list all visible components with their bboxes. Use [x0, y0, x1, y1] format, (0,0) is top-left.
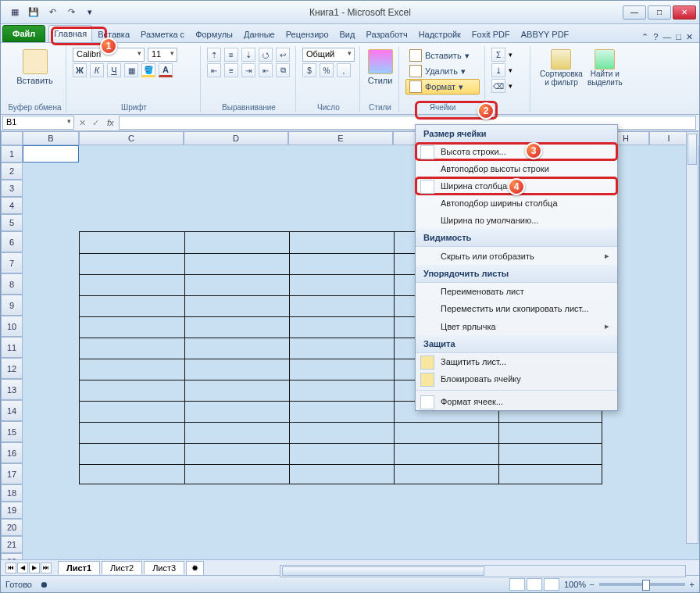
comma-button[interactable]: ,	[337, 63, 351, 77]
row-head[interactable]: 9	[1, 295, 23, 316]
wrap-text-button[interactable]: ↩	[276, 48, 290, 62]
row-head[interactable]: 11	[1, 337, 23, 358]
menu-rename-sheet[interactable]: Переименовать лист	[416, 283, 617, 300]
bold-button[interactable]: Ж	[73, 63, 87, 77]
tab-abbyy[interactable]: ABBYY PDF	[516, 26, 575, 42]
active-cell[interactable]	[23, 145, 79, 163]
tab-home[interactable]: Главная	[48, 25, 92, 42]
col-head-B[interactable]: B	[23, 131, 79, 145]
row-head[interactable]: 17	[1, 463, 23, 484]
clear-button[interactable]: ⌫	[491, 79, 505, 93]
tab-data[interactable]: Данные	[238, 26, 280, 42]
underline-button[interactable]: Ч	[107, 63, 121, 77]
sheet-last-icon[interactable]: ⏭	[41, 563, 52, 573]
number-format-combo[interactable]: Общий	[302, 48, 355, 62]
align-middle-button[interactable]: ≡	[224, 48, 238, 62]
row-head[interactable]: 1	[1, 145, 23, 163]
name-box[interactable]: B1	[2, 116, 74, 130]
sheet-next-icon[interactable]: ▶	[29, 563, 40, 573]
align-top-button[interactable]: ⇡	[207, 48, 221, 62]
align-left-button[interactable]: ⇤	[207, 63, 221, 77]
row-head[interactable]: 3	[1, 180, 23, 197]
tab-addins[interactable]: Надстройк	[413, 26, 466, 42]
vscroll-thumb[interactable]	[688, 134, 697, 165]
workbook-close-icon[interactable]: ✕	[686, 32, 693, 42]
tab-view[interactable]: Вид	[334, 26, 361, 42]
row-head[interactable]: 15	[1, 421, 23, 442]
italic-button[interactable]: К	[90, 63, 104, 77]
sheet-first-icon[interactable]: ⏮	[5, 563, 16, 573]
ribbon-minimize-icon[interactable]: ⌃	[641, 32, 648, 42]
close-button[interactable]: ✕	[673, 5, 696, 20]
menu-tab-color[interactable]: Цвет ярлычка▸	[416, 317, 617, 335]
paste-button[interactable]: Вставить	[9, 48, 61, 87]
sheet-tab-2[interactable]: Лист2	[102, 561, 142, 574]
view-pagelayout-button[interactable]	[527, 578, 542, 591]
sheet-prev-icon[interactable]: ◀	[17, 563, 28, 573]
font-color-button[interactable]: A	[159, 63, 173, 77]
menu-hide-unhide[interactable]: Скрыть или отобразить▸	[416, 247, 617, 265]
row-head[interactable]: 6	[1, 231, 23, 252]
macro-record-icon[interactable]: ⏺	[40, 580, 48, 589]
cells-insert-button[interactable]: Вставить ▾	[405, 48, 480, 63]
percent-button[interactable]: %	[320, 63, 334, 77]
menu-autofit-row[interactable]: Автоподбор высоты строки	[416, 160, 617, 177]
zoom-slider[interactable]	[599, 583, 685, 586]
tab-developer[interactable]: Разработч	[360, 26, 412, 42]
tab-review[interactable]: Рецензиро	[280, 26, 334, 42]
minimize-button[interactable]: —	[623, 5, 646, 20]
tab-file[interactable]: Файл	[2, 25, 45, 42]
maximize-button[interactable]: □	[648, 5, 671, 20]
fx-icon[interactable]: fx	[102, 118, 119, 127]
row-head[interactable]: 18	[1, 484, 23, 502]
row-head[interactable]: 4	[1, 197, 23, 214]
sheet-tab-3[interactable]: Лист3	[144, 561, 184, 574]
row-head[interactable]: 8	[1, 273, 23, 295]
row-head[interactable]: 20	[1, 519, 23, 536]
menu-move-copy-sheet[interactable]: Переместить или скопировать лист...	[416, 300, 617, 317]
align-right-button[interactable]: ⇥	[241, 63, 255, 77]
menu-autofit-col[interactable]: Автоподбор ширины столбца	[416, 195, 617, 212]
workbook-restore-icon[interactable]: □	[676, 32, 681, 42]
currency-button[interactable]: $	[302, 63, 316, 77]
workbook-min-icon[interactable]: —	[662, 32, 671, 42]
sheet-tab-1[interactable]: Лист1	[58, 561, 100, 574]
horizontal-scrollbar[interactable]	[280, 565, 686, 577]
row-head[interactable]: 10	[1, 316, 23, 337]
view-pagebreak-button[interactable]	[544, 578, 559, 591]
menu-lock-cell[interactable]: Блокировать ячейку	[416, 370, 617, 388]
select-all-corner[interactable]	[1, 131, 23, 145]
view-normal-button[interactable]	[509, 578, 525, 591]
find-select-button[interactable]: Найти и выделить	[588, 49, 623, 87]
align-center-button[interactable]: ≡	[224, 63, 238, 77]
fill-button[interactable]: ⤓	[491, 63, 505, 77]
qat-customize-icon[interactable]: ▾	[82, 5, 98, 20]
orientation-button[interactable]: ⭯	[259, 48, 273, 62]
autosum-button[interactable]: Σ	[491, 48, 505, 62]
tab-formulas[interactable]: Формулы	[190, 26, 238, 42]
row-head[interactable]: 12	[1, 358, 23, 379]
menu-format-cells[interactable]: Формат ячеек...	[416, 393, 617, 410]
enter-formula-icon[interactable]: ✓	[89, 118, 102, 128]
font-size-combo[interactable]: 11	[148, 48, 177, 62]
hscroll-thumb[interactable]	[282, 566, 484, 576]
zoom-in-button[interactable]: +	[690, 580, 695, 589]
col-head-C[interactable]: C	[79, 131, 184, 145]
row-head[interactable]: 19	[1, 502, 23, 519]
row-head[interactable]: 13	[1, 379, 23, 400]
menu-default-width[interactable]: Ширина по умолчанию...	[416, 212, 617, 229]
undo-icon[interactable]: ↶	[45, 5, 60, 20]
help-icon[interactable]: ?	[653, 32, 658, 42]
sort-filter-button[interactable]: Сортировка и фильтр	[540, 49, 583, 87]
tab-foxit[interactable]: Foxit PDF	[466, 26, 516, 42]
menu-protect-sheet[interactable]: Защитить лист...	[416, 353, 617, 370]
vertical-scrollbar[interactable]	[686, 131, 698, 544]
merge-button[interactable]: ⧉	[276, 63, 290, 77]
styles-button[interactable]: Стили	[366, 48, 394, 87]
cells-format-button[interactable]: Формат ▾	[405, 79, 480, 95]
col-head-E[interactable]: E	[288, 131, 393, 145]
col-head-I[interactable]: I	[649, 131, 688, 145]
zoom-out-button[interactable]: −	[589, 580, 594, 589]
cancel-formula-icon[interactable]: ✕	[76, 118, 89, 128]
border-button[interactable]: ▦	[124, 63, 138, 77]
